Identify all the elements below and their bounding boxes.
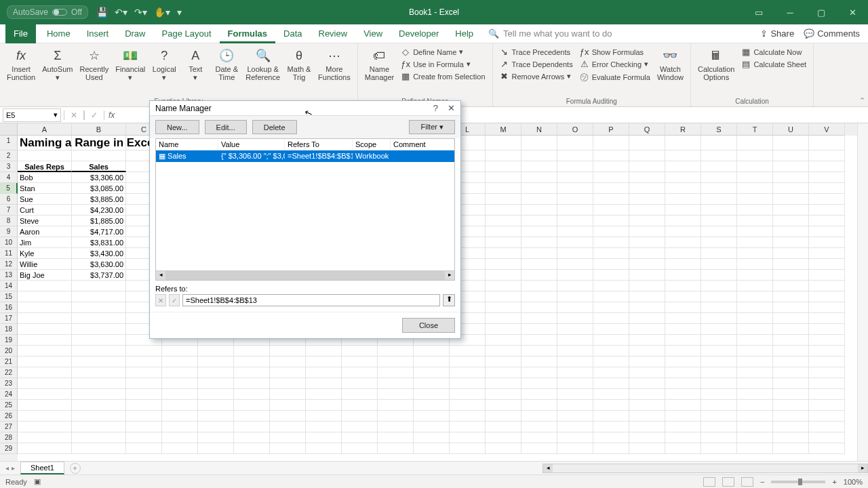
evaluate-formula-button[interactable]: ㋡Evaluate Formula: [577, 70, 653, 84]
cell[interactable]: [773, 248, 809, 259]
cell[interactable]: $3,085.00: [72, 183, 126, 194]
cell[interactable]: [809, 136, 845, 150]
cell[interactable]: [486, 335, 521, 346]
cell[interactable]: [593, 389, 629, 400]
cell[interactable]: [414, 422, 450, 432]
row-header[interactable]: 11: [0, 248, 18, 259]
cell[interactable]: [809, 378, 845, 389]
tab-insert[interactable]: Insert: [79, 24, 117, 43]
cell[interactable]: [450, 378, 486, 389]
page-layout-view-icon[interactable]: [722, 477, 734, 487]
cell[interactable]: Bob: [18, 172, 72, 183]
row-header[interactable]: 5: [0, 183, 18, 194]
cell[interactable]: [665, 400, 701, 411]
cell[interactable]: [629, 367, 665, 378]
cell[interactable]: [737, 335, 773, 346]
cell[interactable]: [18, 313, 72, 324]
cell[interactable]: [737, 183, 773, 194]
row-header[interactable]: 6: [0, 194, 18, 205]
cell[interactable]: [629, 324, 665, 335]
cell[interactable]: [521, 172, 557, 183]
cell[interactable]: [486, 411, 521, 422]
cell[interactable]: [486, 136, 521, 150]
cell[interactable]: [629, 161, 665, 172]
cell[interactable]: [486, 248, 521, 259]
refers-cancel-icon[interactable]: ✕: [155, 294, 166, 306]
minimize-icon[interactable]: ─: [774, 0, 806, 24]
cell[interactable]: [773, 378, 809, 389]
cell[interactable]: [450, 400, 486, 411]
cell[interactable]: [665, 432, 701, 443]
cell[interactable]: [665, 281, 701, 291]
cell[interactable]: [701, 324, 737, 335]
cell[interactable]: [486, 237, 521, 248]
cell[interactable]: [378, 389, 414, 400]
cell[interactable]: [701, 357, 737, 367]
cell[interactable]: [665, 443, 701, 454]
tab-view[interactable]: View: [355, 24, 391, 43]
cell[interactable]: Aaron: [18, 226, 72, 237]
cell[interactable]: [593, 183, 629, 194]
cell[interactable]: [701, 172, 737, 183]
cell[interactable]: [665, 237, 701, 248]
cell[interactable]: [270, 367, 306, 378]
col-refers-header[interactable]: Refers To: [285, 139, 353, 150]
cell[interactable]: [306, 367, 342, 378]
cell[interactable]: Naming a Range in Excel: [18, 136, 72, 150]
cell[interactable]: [773, 216, 809, 226]
cell[interactable]: [342, 411, 378, 422]
cell[interactable]: [486, 161, 521, 172]
use-in-formula-button[interactable]: ƒxUse in Formula ▾: [398, 58, 488, 70]
cell[interactable]: [18, 378, 72, 389]
cell[interactable]: [665, 205, 701, 216]
cell[interactable]: [629, 172, 665, 183]
cell[interactable]: [198, 400, 234, 411]
cell[interactable]: [701, 270, 737, 281]
cell[interactable]: [737, 172, 773, 183]
cell[interactable]: [665, 357, 701, 367]
cell[interactable]: [629, 400, 665, 411]
cell[interactable]: [701, 194, 737, 205]
cell[interactable]: [450, 357, 486, 367]
cell[interactable]: [126, 422, 162, 432]
cell[interactable]: [737, 378, 773, 389]
cell[interactable]: [18, 357, 72, 367]
cell[interactable]: [557, 172, 593, 183]
cell[interactable]: [773, 259, 809, 270]
cell[interactable]: [521, 313, 557, 324]
col-comment-header[interactable]: Comment: [391, 139, 454, 150]
cell[interactable]: [737, 411, 773, 422]
cell[interactable]: $3,885.00: [72, 194, 126, 205]
cell[interactable]: [486, 226, 521, 237]
cell[interactable]: [234, 346, 270, 357]
cell[interactable]: [665, 335, 701, 346]
row-header[interactable]: 25: [0, 400, 18, 411]
cell[interactable]: [72, 357, 126, 367]
cell[interactable]: [593, 205, 629, 216]
cell[interactable]: $3,430.00: [72, 248, 126, 259]
cell[interactable]: [198, 432, 234, 443]
cell[interactable]: [701, 216, 737, 226]
row-header[interactable]: 7: [0, 205, 18, 216]
cell[interactable]: [72, 150, 126, 161]
column-header[interactable]: N: [521, 123, 557, 136]
cell[interactable]: [521, 281, 557, 291]
cell[interactable]: [198, 367, 234, 378]
cell[interactable]: [342, 378, 378, 389]
cell[interactable]: [414, 357, 450, 367]
cell[interactable]: [521, 136, 557, 150]
cell[interactable]: [557, 400, 593, 411]
cell[interactable]: [809, 226, 845, 237]
row-header[interactable]: 10: [0, 237, 18, 248]
cell[interactable]: [593, 248, 629, 259]
cell[interactable]: [701, 432, 737, 443]
dialog-titlebar[interactable]: Name Manager ? ✕: [150, 101, 460, 116]
cell[interactable]: $3,737.00: [72, 270, 126, 281]
cell[interactable]: $4,717.00: [72, 226, 126, 237]
cell[interactable]: [665, 194, 701, 205]
cell[interactable]: [234, 378, 270, 389]
cell[interactable]: [521, 324, 557, 335]
financial-button[interactable]: 💵Financial▾: [113, 46, 148, 83]
cell[interactable]: [414, 367, 450, 378]
cell[interactable]: [809, 367, 845, 378]
